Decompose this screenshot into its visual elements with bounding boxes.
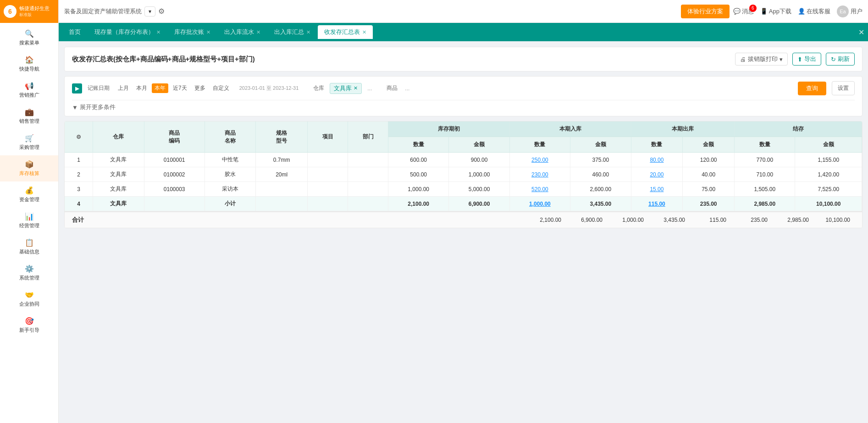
inventory-icon: 📦 — [25, 160, 34, 169]
warehouse-filter-label: 仓库 — [313, 84, 324, 92]
td-in-qty[interactable]: 520.00 — [509, 182, 570, 197]
date-btn-last-month[interactable]: 上月 — [115, 83, 132, 93]
td-name: 胶水 — [205, 167, 255, 182]
warehouse-tag-close[interactable]: ✕ — [354, 85, 358, 91]
data-table: ⚙ 仓库 商品编码 商品名称 规格型号 项目 部门 库存期初 本期入库 本期出库… — [65, 121, 862, 211]
filter-toggle-btn[interactable]: ▶ — [72, 83, 82, 93]
footer-val-6: 2,985.00 — [777, 217, 813, 223]
td-num: 4 — [65, 197, 93, 211]
system-label: 系统管理 — [19, 275, 39, 281]
sales-label: 销售管理 — [19, 118, 39, 125]
sidebar-item-purchase[interactable]: 🛒采购管理 — [0, 129, 58, 155]
refresh-btn[interactable]: ↻ 刷新 — [826, 53, 855, 66]
message-icon: 💬 — [733, 8, 741, 15]
th-dept: 部门 — [348, 121, 388, 153]
td-in-qty[interactable]: 250.00 — [509, 153, 570, 167]
date-btn-this-year[interactable]: 本年 — [152, 83, 168, 93]
td-close-amt: 7,525.00 — [795, 182, 862, 197]
query-btn[interactable]: 查询 — [798, 82, 826, 95]
date-btn-7days[interactable]: 近7天 — [170, 83, 190, 93]
sidebar-item-search[interactable]: 🔍搜索菜单 — [0, 25, 58, 51]
app-label: App下载 — [769, 7, 791, 16]
footer-val-2: 1,000.00 — [612, 217, 648, 223]
app-download-action[interactable]: 📱 App下载 — [760, 7, 791, 16]
th-close-amt: 金额 — [795, 137, 862, 153]
td-open-qty: 500.00 — [388, 167, 449, 182]
sidebar-item-system[interactable]: ⚙️系统管理 — [0, 260, 58, 286]
date-btn-this-month[interactable]: 本月 — [133, 83, 150, 93]
td-spec: 20ml — [256, 167, 308, 182]
td-code: 0100003 — [144, 182, 205, 197]
tab-inventory_dist[interactable]: 现存量（库存分布表）✕ — [88, 25, 167, 39]
goods-more-btn[interactable]: ... — [405, 85, 409, 92]
print-btn[interactable]: 🖨 拔销版打印 ▾ — [735, 53, 788, 66]
td-project — [308, 197, 348, 211]
sidebar-item-operations[interactable]: 📊经营管理 — [0, 208, 58, 234]
export-btn[interactable]: ⬆ 导出 — [792, 53, 821, 66]
date-btn-custom[interactable]: 自定义 — [210, 83, 232, 93]
tab-label-recv_send_summary: 收发存汇总表 — [324, 28, 360, 36]
td-spec — [256, 182, 308, 197]
system-icon: ⚙️ — [25, 264, 34, 273]
basic-icon: 📋 — [25, 238, 34, 247]
tab-close-inventory_dist[interactable]: ✕ — [156, 29, 160, 35]
table-row: 3 文具库 0100003 采访本 1,000.00 5,000.00 520.… — [65, 182, 862, 197]
date-range-display: 2023-01-01 至 2023-12-31 — [239, 85, 299, 92]
tab-close-batch[interactable]: ✕ — [206, 29, 210, 35]
system-dropdown[interactable]: ▾ — [144, 6, 155, 16]
tab-close-in_out_flow[interactable]: ✕ — [256, 29, 260, 35]
td-in-qty[interactable]: 230.00 — [509, 167, 570, 182]
topbar: 装备及固定资产辅助管理系统 ▾ ⚙ 体验行业方案 💬 消息 6 📱 App下载 … — [59, 0, 868, 23]
gear-icon[interactable]: ⚙ — [158, 7, 165, 16]
inventory-label: 库存核算 — [19, 170, 39, 177]
topbar-actions: 💬 消息 6 📱 App下载 👤 在线客服 Ea 用户 — [733, 5, 862, 17]
td-out-qty[interactable]: 20.00 — [631, 167, 683, 182]
th-gear[interactable]: ⚙ — [65, 121, 93, 153]
th-out-qty: 数量 — [631, 137, 683, 153]
sidebar-item-sales[interactable]: 💼销售管理 — [0, 103, 58, 129]
td-in-amt: 3,435.00 — [570, 197, 631, 211]
date-btn-more[interactable]: 更多 — [192, 83, 208, 93]
experience-btn[interactable]: 体验行业方案 — [681, 5, 730, 18]
tab-recv_send_summary[interactable]: 收发存汇总表✕ — [318, 25, 373, 39]
tab-in_out_summary[interactable]: 出入库汇总✕ — [268, 25, 317, 39]
sidebar-item-collab[interactable]: 🤝企业协同 — [0, 286, 58, 312]
td-code: 0100002 — [144, 167, 205, 182]
td-code: 0100001 — [144, 153, 205, 167]
tabbar: 首页现存量（库存分布表）✕库存批次账✕出入库流水✕出入库汇总✕收发存汇总表✕✕ — [59, 23, 868, 41]
sidebar-item-basic[interactable]: 📋基础信息 — [0, 234, 58, 260]
service-action[interactable]: 👤 在线客服 — [798, 7, 830, 16]
tab-home[interactable]: 首页 — [62, 25, 87, 39]
sidebar-item-inventory[interactable]: 📦库存核算 — [0, 155, 58, 181]
td-warehouse: 文具库 — [93, 197, 144, 211]
td-in-amt: 375.00 — [570, 153, 631, 167]
td-spec — [256, 197, 308, 211]
td-num: 1 — [65, 153, 93, 167]
td-out-qty[interactable]: 115.00 — [631, 197, 683, 211]
print-icon: 🖨 — [740, 56, 746, 63]
sidebar-item-marketing[interactable]: 📢营销推广 — [0, 77, 58, 103]
goods-filter-label: 商品 — [387, 84, 398, 92]
message-action[interactable]: 💬 消息 6 — [733, 7, 754, 16]
sidebar-item-finance[interactable]: 💰资金管理 — [0, 181, 58, 208]
tab-close-in_out_summary[interactable]: ✕ — [306, 29, 310, 35]
logo-badge: 标准版 — [19, 12, 50, 18]
tab-close-recv_send_summary[interactable]: ✕ — [362, 29, 366, 35]
tab-in_out_flow[interactable]: 出入库流水✕ — [218, 25, 267, 39]
tabbar-close-btn[interactable]: ✕ — [858, 28, 864, 37]
warehouse-tag[interactable]: 文具库 ✕ — [330, 83, 362, 94]
finance-icon: 💰 — [25, 186, 34, 195]
td-in-qty[interactable]: 1,000.00 — [509, 197, 570, 211]
user-action[interactable]: Ea 用户 — [837, 5, 862, 17]
operations-label: 经营管理 — [19, 222, 39, 229]
sidebar-item-quicknav[interactable]: 🏠快捷导航 — [0, 51, 58, 77]
td-out-qty[interactable]: 80.00 — [631, 153, 683, 167]
settings-btn[interactable]: 设置 — [832, 81, 855, 95]
avatar: Ea — [837, 5, 849, 17]
tab-batch[interactable]: 库存批次账✕ — [168, 25, 217, 39]
warehouse-more-btn[interactable]: ... — [367, 85, 372, 92]
td-out-qty[interactable]: 15.00 — [631, 182, 683, 197]
search-icon: 🔍 — [25, 29, 34, 38]
expand-conditions-btn[interactable]: ▼ 展开更多条件 — [72, 100, 855, 111]
sidebar-item-newbie[interactable]: 🎯新手引导 — [0, 312, 58, 338]
